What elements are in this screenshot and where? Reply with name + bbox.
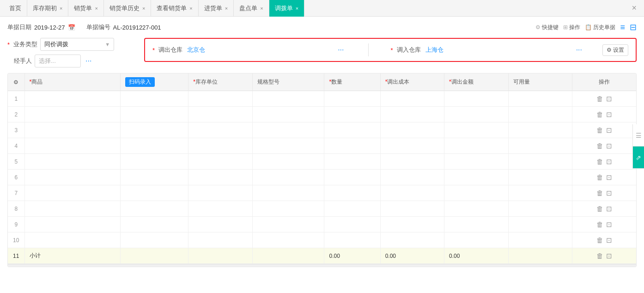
close-icon[interactable]: × [225,6,228,11]
cell-cost[interactable] [380,201,444,217]
cell-avail[interactable] [508,201,572,217]
cell-qty[interactable]: 0.00 [324,248,380,264]
sidebar-list-icon[interactable]: ☰ [633,124,644,146]
tab-sales-order[interactable]: 销货单 × [68,0,103,17]
cell-spec[interactable] [252,185,324,201]
layout-grid-icon[interactable]: ⊟ [630,22,637,32]
cell-product[interactable] [24,154,121,170]
cell-unit[interactable] [188,185,252,201]
cell-amount[interactable] [444,201,508,217]
tab-inventory-init[interactable]: 库存期初 × [27,0,68,17]
tab-transfer[interactable]: 调拨单 × [269,0,304,17]
cell-cost[interactable] [380,185,444,201]
handler-more-icon[interactable]: ··· [84,57,93,65]
cell-product[interactable] [24,138,121,154]
close-icon[interactable]: × [296,6,298,11]
close-icon[interactable]: × [95,6,97,11]
cell-amount[interactable] [444,122,508,138]
cell-unit[interactable] [188,122,252,138]
tab-sales-history[interactable]: 销货单历史 × [104,0,151,17]
cell-product[interactable] [24,217,121,232]
operations-button[interactable]: ⊞ 操作 [563,24,580,31]
delete-row-icon[interactable]: 🗑 [596,110,603,118]
delete-row-icon[interactable]: 🗑 [596,158,603,165]
cell-unit[interactable] [188,138,252,154]
cell-spec[interactable] [252,138,324,154]
shortcut-button[interactable]: ⚙ 快捷键 [535,24,559,31]
copy-row-icon[interactable]: ⊡ [606,236,612,244]
cell-qty[interactable] [324,122,380,138]
cell-cost[interactable] [380,232,444,248]
copy-row-icon[interactable]: ⊡ [606,173,612,182]
cell-unit[interactable] [188,232,252,248]
business-type-select[interactable]: 同价调拨 ▼ [40,38,114,51]
cell-spec[interactable] [252,201,324,217]
cell-avail[interactable] [508,154,572,170]
scan-entry-button[interactable]: 扫码录入 [125,77,155,87]
cell-qty[interactable] [324,201,380,217]
cell-unit[interactable] [188,201,252,217]
cell-cost[interactable] [380,122,444,138]
cell-qty[interactable] [324,107,380,122]
cell-spec[interactable] [252,107,324,122]
cell-avail[interactable] [508,185,572,201]
cell-avail[interactable] [508,232,572,248]
copy-row-icon[interactable]: ⊡ [606,189,612,197]
cell-unit[interactable] [188,170,252,185]
cell-avail[interactable] [508,122,572,138]
cell-avail[interactable] [508,217,572,232]
cell-qty[interactable] [324,91,380,107]
cell-amount[interactable] [444,107,508,122]
gear-icon[interactable]: ⚙ [13,79,18,85]
delete-row-icon[interactable]: 🗑 [596,173,603,181]
cell-qty[interactable] [324,232,380,248]
cell-spec[interactable] [252,122,324,138]
handler-input[interactable]: 选择... [35,55,81,67]
copy-row-icon[interactable]: ⊡ [606,110,612,119]
cell-avail[interactable] [508,138,572,154]
cell-cost[interactable]: 0.00 [380,248,444,264]
cell-amount[interactable] [444,185,508,201]
cell-qty[interactable] [324,185,380,201]
copy-row-icon[interactable]: ⊡ [606,142,612,150]
close-all-icon[interactable]: × [628,3,640,13]
copy-row-icon[interactable]: ⊡ [606,126,612,134]
delete-row-icon[interactable]: 🗑 [596,220,603,228]
delete-row-icon[interactable]: 🗑 [596,126,603,134]
cell-avail[interactable] [508,248,572,264]
copy-row-icon[interactable]: ⊡ [606,252,612,260]
close-icon[interactable]: × [189,6,192,11]
cell-qty[interactable] [324,217,380,232]
delete-row-icon[interactable]: 🗑 [596,205,603,213]
cell-spec[interactable] [252,217,324,232]
cell-avail[interactable] [508,107,572,122]
cell-qty[interactable] [324,170,380,185]
cell-product[interactable] [24,170,121,185]
cell-avail[interactable] [508,170,572,185]
cell-spec[interactable] [252,232,324,248]
delete-row-icon[interactable]: 🗑 [596,236,603,244]
cell-cost[interactable] [380,138,444,154]
tab-view-sales[interactable]: 查看销货单 × [151,0,198,17]
history-button[interactable]: 📋 历史单据 [585,24,615,31]
tab-purchase[interactable]: 进货单 × [199,0,234,17]
sidebar-share-icon[interactable]: ⇗ [633,146,644,169]
cell-amount[interactable] [444,170,508,185]
close-icon[interactable]: × [142,6,145,11]
cell-product[interactable]: 小计 [24,248,121,264]
delete-row-icon[interactable]: 🗑 [596,95,603,103]
cell-amount[interactable] [444,154,508,170]
cell-unit[interactable] [188,107,252,122]
cell-avail[interactable] [508,91,572,107]
cell-unit[interactable] [188,154,252,170]
tab-stocktake[interactable]: 盘点单 × [234,0,269,17]
cell-product[interactable] [24,201,121,217]
cell-product[interactable] [24,122,121,138]
cell-cost[interactable] [380,91,444,107]
cell-unit[interactable] [188,248,252,264]
cell-qty[interactable] [324,154,380,170]
cell-product[interactable] [24,91,121,107]
cell-cost[interactable] [380,170,444,185]
close-icon[interactable]: × [260,6,263,11]
settings-button[interactable]: ⚙ 设置 [602,44,628,56]
